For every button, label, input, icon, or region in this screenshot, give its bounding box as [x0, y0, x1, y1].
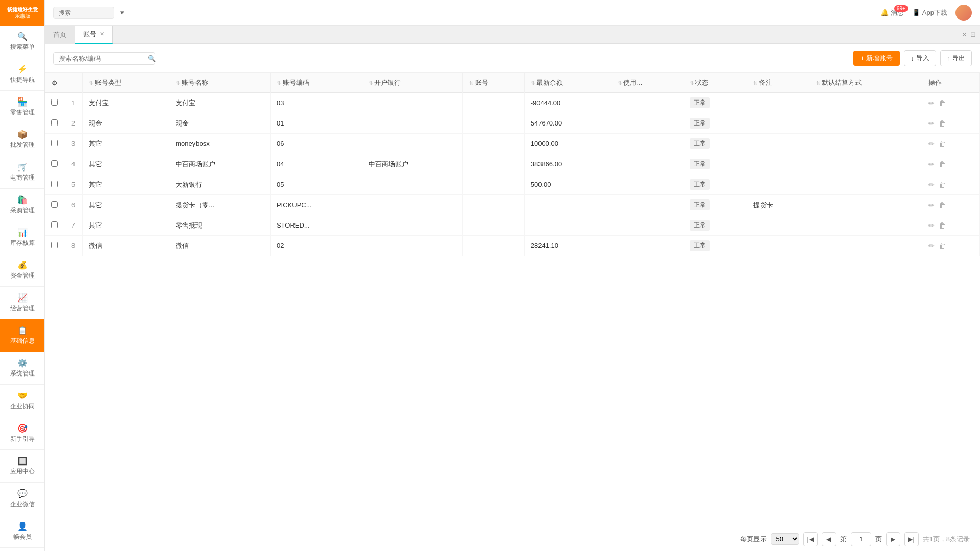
first-page-button[interactable]: |◀: [803, 532, 818, 546]
sidebar-item-ecom-mgmt[interactable]: 🛒电商管理: [0, 156, 44, 189]
new-account-button[interactable]: + 新增账号: [853, 51, 900, 66]
edit-button[interactable]: ✏: [928, 119, 935, 128]
delete-button[interactable]: 🗑: [939, 242, 946, 250]
message-button[interactable]: 🔔 消息 99+: [880, 8, 904, 17]
delete-button[interactable]: 🗑: [939, 181, 946, 189]
sort-icon-name[interactable]: ⇅: [176, 80, 180, 86]
action-buttons: ✏ 🗑: [928, 140, 973, 148]
prev-page-button[interactable]: ◀: [822, 532, 836, 546]
usage-cell: [611, 195, 683, 215]
action-buttons: ✏ 🗑: [928, 119, 973, 128]
sidebar-item-finance-mgmt[interactable]: 💰资金管理: [0, 254, 44, 287]
delete-button[interactable]: 🗑: [939, 140, 946, 148]
sort-icon-default_payment[interactable]: ⇅: [816, 80, 820, 86]
quick-nav-icon: ⚡: [17, 64, 28, 74]
status-badge: 正常: [690, 179, 710, 190]
beginner-guide-icon: 🎯: [17, 423, 28, 433]
sidebar-item-search-menu[interactable]: 🔍搜索菜单: [0, 26, 44, 58]
edit-button[interactable]: ✏: [928, 201, 935, 209]
default-payment-cell: [810, 236, 922, 256]
sidebar-item-sys-mgmt[interactable]: ⚙️系统管理: [0, 352, 44, 385]
col-header-remark[interactable]: ⇅ 备注: [747, 73, 810, 93]
col-header-type[interactable]: ⇅ 账号类型: [83, 73, 169, 93]
delete-button[interactable]: 🗑: [939, 221, 946, 230]
col-header-usage[interactable]: ⇅ 使用...: [611, 73, 683, 93]
import-button[interactable]: ↓ 导入: [904, 50, 936, 66]
sidebar-item-inventory[interactable]: 📊库存核算: [0, 221, 44, 254]
sidebar-item-app-center[interactable]: 🔲应用中心: [0, 450, 44, 483]
sort-icon-usage[interactable]: ⇅: [618, 80, 622, 86]
export-icon: ↑: [947, 55, 950, 62]
search-icon[interactable]: 🔍: [148, 55, 156, 62]
page-input[interactable]: [851, 532, 871, 546]
col-header-code[interactable]: ⇅ 账号编码: [270, 73, 362, 93]
sidebar-item-basic-info[interactable]: 📋基础信息: [0, 319, 44, 352]
row-checkbox-7[interactable]: [51, 242, 58, 248]
sort-icon-bank[interactable]: ⇅: [369, 80, 373, 86]
sidebar-item-label: 批发管理: [10, 141, 35, 149]
delete-button[interactable]: 🗑: [939, 119, 946, 128]
type-cell: 其它: [83, 154, 169, 174]
sidebar-item-enterprise-wechat[interactable]: 💬企业微信: [0, 483, 44, 515]
row-checkbox-4[interactable]: [51, 181, 58, 187]
edit-button[interactable]: ✏: [928, 181, 935, 189]
tab-account[interactable]: 账号✕: [75, 26, 113, 44]
tab-close-account[interactable]: ✕: [100, 31, 104, 37]
edit-button[interactable]: ✏: [928, 242, 935, 250]
remark-cell: [747, 236, 810, 256]
sys-mgmt-icon: ⚙️: [17, 358, 28, 368]
col-header-balance[interactable]: ⇅ 最新余额: [524, 73, 611, 93]
edit-button[interactable]: ✏: [928, 99, 935, 107]
close-window-icon[interactable]: ✕: [962, 31, 967, 38]
col-header-default_payment[interactable]: ⇅ 默认结算方式: [810, 73, 922, 93]
row-checkbox-6[interactable]: [51, 221, 58, 228]
delete-button[interactable]: 🗑: [939, 99, 946, 107]
sidebar-item-quick-nav[interactable]: ⚡快捷导航: [0, 58, 44, 91]
sort-icon-account[interactable]: ⇅: [469, 80, 473, 86]
row-checkbox-5[interactable]: [51, 201, 58, 208]
user-avatar[interactable]: [955, 5, 972, 21]
export-button[interactable]: ↑ 导出: [940, 50, 972, 66]
settings-icon[interactable]: ⚙: [52, 79, 58, 87]
col-header-account[interactable]: ⇅ 账号: [463, 73, 524, 93]
topbar-dropdown[interactable]: ▾: [120, 9, 124, 16]
edit-button[interactable]: ✏: [928, 221, 935, 230]
sidebar-item-ops-mgmt[interactable]: 📈经营管理: [0, 287, 44, 319]
col-header-bank[interactable]: ⇅ 开户银行: [362, 73, 463, 93]
sort-icon-remark[interactable]: ⇅: [753, 80, 757, 86]
row-checkbox-3[interactable]: [51, 160, 58, 167]
sort-icon-type[interactable]: ⇅: [89, 80, 93, 86]
sidebar-item-enterprise-agreement[interactable]: 🤝企业协同: [0, 385, 44, 417]
sort-icon-status[interactable]: ⇅: [690, 80, 694, 86]
edit-button[interactable]: ✏: [928, 140, 935, 148]
restore-window-icon[interactable]: ⊡: [970, 31, 976, 38]
sidebar-item-wholesale-mgmt[interactable]: 📦批发管理: [0, 123, 44, 156]
last-page-button[interactable]: ▶|: [904, 532, 919, 546]
row-checkbox-0[interactable]: [51, 99, 58, 106]
app-download-button[interactable]: 📱 App下载: [912, 8, 947, 17]
usage-cell: [611, 174, 683, 195]
sidebar-item-member[interactable]: 👤畅会员: [0, 515, 44, 548]
edit-button[interactable]: ✏: [928, 160, 935, 168]
actions-cell: ✏ 🗑: [922, 195, 979, 215]
sort-icon-code[interactable]: ⇅: [277, 80, 281, 86]
tab-home[interactable]: 首页: [45, 26, 75, 44]
row-checkbox-2[interactable]: [51, 140, 58, 146]
sidebar-item-beginner-guide[interactable]: 🎯新手引导: [0, 417, 44, 450]
sort-icon-balance[interactable]: ⇅: [531, 80, 535, 86]
search-input[interactable]: [59, 55, 144, 62]
per-page-select[interactable]: 50 20 100: [771, 533, 799, 545]
sidebar-item-purchase-mgmt[interactable]: 🛍️采购管理: [0, 189, 44, 221]
sidebar-item-label: 应用中心: [10, 467, 35, 476]
topbar-search-input[interactable]: [53, 7, 114, 19]
col-header-status[interactable]: ⇅ 状态: [683, 73, 747, 93]
delete-button[interactable]: 🗑: [939, 160, 946, 168]
num-cell: 7: [64, 215, 83, 236]
remark-cell: [747, 154, 810, 174]
app-center-icon: 🔲: [17, 456, 28, 466]
col-header-name[interactable]: ⇅ 账号名称: [169, 73, 271, 93]
sidebar-item-retail-mgmt[interactable]: 🏪零售管理: [0, 91, 44, 123]
next-page-button[interactable]: ▶: [886, 532, 900, 546]
row-checkbox-1[interactable]: [51, 119, 58, 126]
delete-button[interactable]: 🗑: [939, 201, 946, 209]
